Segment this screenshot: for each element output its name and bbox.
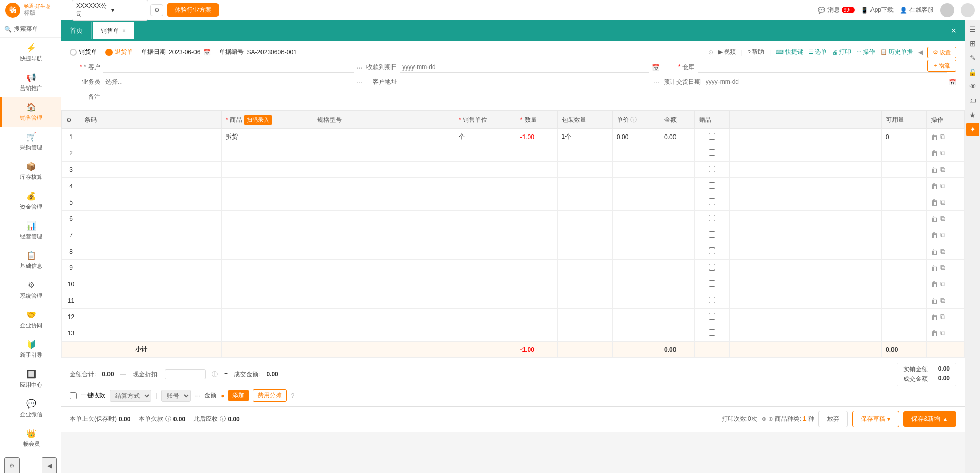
cell-pack-qty[interactable] [557, 276, 612, 292]
right-panel-lock[interactable]: 🔒 [966, 65, 979, 79]
cell-unit-price[interactable] [612, 162, 660, 178]
cell-pack-qty[interactable] [557, 325, 612, 342]
cell-unit[interactable]: 个 [454, 129, 516, 145]
product-count[interactable]: 1 [803, 415, 807, 422]
cell-spec[interactable] [313, 260, 454, 276]
trial-button[interactable]: 体验行业方案 [167, 3, 219, 17]
cell-product[interactable] [221, 194, 313, 211]
copy-row-btn[interactable]: ⧉ [940, 247, 945, 256]
expense-split-btn[interactable]: 费用分摊 [253, 389, 287, 402]
cell-remark[interactable] [729, 292, 881, 309]
cell-remark[interactable] [729, 178, 881, 194]
copy-row-btn[interactable]: ⧉ [940, 149, 945, 157]
cell-qty[interactable] [516, 211, 557, 227]
sidebar-item-inventory[interactable]: 📦 库存核算 [0, 156, 61, 186]
cell-gift[interactable] [694, 292, 729, 309]
account-dots-btn[interactable]: ··· [195, 392, 200, 399]
customer-input[interactable] [103, 62, 354, 73]
sidebar-item-sales[interactable]: 🏠 销售管理 [0, 97, 61, 127]
settlement-select[interactable]: 结算方式 [110, 390, 151, 402]
delete-row-btn[interactable]: 🗑 [931, 297, 938, 305]
tab-sales-order[interactable]: 销售单 × [93, 22, 134, 39]
cell-remark[interactable] [729, 129, 881, 145]
delete-row-btn[interactable]: 🗑 [931, 231, 938, 239]
cell-unit[interactable] [454, 276, 516, 292]
cell-qty[interactable] [516, 178, 557, 194]
copy-row-btn[interactable]: ⧉ [940, 198, 945, 207]
radio-sales[interactable]: 销货单 [70, 48, 97, 56]
cell-product[interactable] [221, 162, 313, 178]
cell-gift[interactable] [694, 194, 729, 211]
cell-unit-price[interactable] [612, 211, 660, 227]
sidebar-item-guide[interactable]: 🔰 新手引导 [0, 334, 61, 364]
save-draft-btn[interactable]: 保存草稿 ▾ [852, 411, 899, 427]
sidebar-item-operations[interactable]: 📊 经营管理 [0, 216, 61, 245]
sidebar-item-finance[interactable]: 💰 资金管理 [0, 186, 61, 216]
chevron-up-icon[interactable]: ▲ [942, 416, 948, 423]
cell-barcode[interactable] [80, 292, 222, 309]
delete-row-btn[interactable]: 🗑 [931, 264, 938, 272]
cell-amount[interactable] [660, 276, 695, 292]
video-btn[interactable]: ▶ 视频 [718, 48, 736, 56]
cell-qty[interactable] [516, 260, 557, 276]
add-payment-btn[interactable]: 添加 [228, 390, 249, 401]
cell-gift[interactable] [694, 129, 729, 145]
cell-remark[interactable] [729, 227, 881, 243]
cell-product[interactable] [221, 211, 313, 227]
account-select[interactable]: 账号 [161, 390, 191, 402]
cell-product[interactable] [221, 227, 313, 243]
sidebar-settings-btn[interactable]: ⚙ [4, 457, 20, 473]
sidebar-item-system[interactable]: ⚙ 系统管理 [0, 275, 61, 305]
cell-pack-qty[interactable] [557, 194, 612, 211]
cell-spec[interactable] [313, 178, 454, 194]
cell-unit[interactable] [454, 260, 516, 276]
copy-row-btn[interactable]: ⧉ [940, 182, 945, 190]
cell-unit-price[interactable] [612, 243, 660, 260]
cell-qty[interactable] [516, 243, 557, 260]
th-settings[interactable]: ⚙ [62, 111, 80, 129]
delivery-calendar-icon[interactable]: 📅 [949, 79, 956, 86]
cell-amount[interactable] [660, 194, 695, 211]
due-date-input[interactable] [400, 62, 648, 73]
cell-barcode[interactable] [80, 145, 222, 162]
cell-remark[interactable] [729, 309, 881, 325]
user-avatar[interactable] [940, 3, 954, 17]
cell-amount[interactable] [660, 211, 695, 227]
cell-spec[interactable] [313, 243, 454, 260]
cell-unit-price[interactable] [612, 145, 660, 162]
chevron-down-icon[interactable]: ▾ [887, 416, 890, 423]
sidebar-item-enterprise[interactable]: 🤝 企业协同 [0, 305, 61, 334]
cell-unit[interactable] [454, 178, 516, 194]
cell-product[interactable]: 拆货 [221, 129, 313, 145]
company-selector[interactable]: XXXXXX公司 ▾ [72, 0, 148, 21]
delete-row-btn[interactable]: 🗑 [931, 166, 938, 174]
cell-pack-qty[interactable] [557, 292, 612, 309]
cell-barcode[interactable] [80, 260, 222, 276]
save-new-btn[interactable]: 保存&新增 ▲ [903, 411, 956, 427]
cell-unit-price[interactable] [612, 178, 660, 194]
cell-remark[interactable] [729, 162, 881, 178]
cell-unit-price[interactable]: 0.00 [612, 129, 660, 145]
cell-qty[interactable] [516, 162, 557, 178]
sidebar-item-wechat[interactable]: 💬 企业微信 [0, 394, 61, 423]
cell-unit[interactable] [454, 325, 516, 342]
form-logistics-btn[interactable]: + 物流 [927, 60, 956, 72]
cell-product[interactable] [221, 325, 313, 342]
sidebar-item-quick-nav[interactable]: ⚡ 快捷导航 [0, 38, 61, 67]
cell-product[interactable] [221, 292, 313, 309]
cell-pack-qty[interactable] [557, 243, 612, 260]
copy-row-btn[interactable]: ⧉ [940, 329, 945, 337]
delete-row-btn[interactable]: 🗑 [931, 133, 938, 141]
customer-address-input[interactable] [400, 77, 650, 87]
cell-product[interactable] [221, 145, 313, 162]
cell-product[interactable] [221, 243, 313, 260]
cell-unit[interactable] [454, 292, 516, 309]
cell-product[interactable] [221, 260, 313, 276]
copy-row-btn[interactable]: ⧉ [940, 280, 945, 288]
cash-discount-input[interactable] [165, 369, 206, 379]
copy-row-btn[interactable]: ⧉ [940, 132, 945, 141]
cell-barcode[interactable] [80, 243, 222, 260]
cell-pack-qty[interactable] [557, 162, 612, 178]
cell-unit-price[interactable] [612, 194, 660, 211]
sidebar-item-vip[interactable]: 👑 畅会员 [0, 423, 61, 453]
